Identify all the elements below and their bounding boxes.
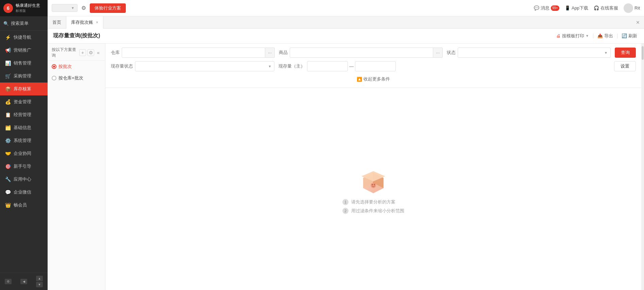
sidebar-collapse-btn[interactable]: ◀ — [20, 279, 27, 284]
search-menu-button[interactable]: 🔍 搜索菜单 — [3, 19, 44, 28]
tab-close-icon[interactable]: × — [96, 20, 98, 25]
sidebar-item-finance[interactable]: 💰 资金管理 — [0, 95, 48, 108]
sidebar: 6 畅康通好生意 标准版 🔍 搜索菜单 ⚡ 快捷导航 📢 营销推广 📊 销售管理… — [0, 0, 48, 290]
warehouse-dots-button[interactable]: ··· — [265, 48, 275, 58]
scheme-panel-title: 按以下方案查询 — [52, 47, 79, 58]
stock-status-select[interactable]: ▼ — [135, 61, 274, 71]
user-name: Rit — [634, 5, 640, 11]
sidebar-item-purchase[interactable]: 🛒 采购管理 — [0, 70, 48, 83]
sidebar-settings-btn[interactable]: ⚙ — [5, 279, 12, 284]
main-area: ▼ ⚙ 体验行业方案 💬 消息 99+ 📱 App下载 🎧 在线客服 Rit — [48, 0, 644, 290]
warehouse-field: 仓库 ··· — [111, 48, 275, 58]
sidebar-item-operations[interactable]: 📋 经营管理 — [0, 108, 48, 121]
scheme-collapse-button[interactable]: « — [96, 49, 101, 57]
breadcrumb[interactable]: ▼ — [52, 4, 78, 12]
trial-button[interactable]: 体验行业方案 — [90, 3, 126, 13]
message-badge: 99+ — [551, 5, 559, 11]
app-download-label: App下载 — [572, 5, 588, 11]
app-download-button[interactable]: 📱 App下载 — [565, 5, 588, 11]
app-logo: 6 — [3, 3, 13, 13]
online-service-button[interactable]: 🎧 在线客服 — [594, 5, 618, 11]
online-service-label: 在线客服 — [600, 5, 618, 11]
scheme-settings-button[interactable]: ⚙ — [87, 49, 94, 56]
quick-nav-icon: ⚡ — [5, 34, 11, 40]
sidebar-item-sales[interactable]: 📊 销售管理 — [0, 57, 48, 70]
sidebar-scroll-down-btn[interactable]: ▼ — [36, 282, 43, 287]
user-menu[interactable]: Rit — [624, 3, 640, 13]
hint-text-1: 请先选择要分析的方案 — [351, 199, 395, 205]
hint-num-2: 2 — [342, 208, 349, 214]
empty-state-icon — [356, 164, 390, 195]
stock-qty-field: 现存量（主） — — [278, 61, 442, 71]
sidebar-item-quick-nav[interactable]: ⚡ 快捷导航 — [0, 31, 48, 44]
avatar — [624, 3, 633, 13]
app-center-icon: 🔧 — [5, 176, 11, 182]
message-button[interactable]: 💬 消息 99+ — [534, 5, 559, 11]
print-button[interactable]: 🖨 按模板打印 ▼ — [555, 32, 590, 40]
sidebar-item-collab[interactable]: 🤝 企业协同 — [0, 147, 48, 160]
right-scrollbar[interactable] — [641, 43, 644, 290]
warehouse-input[interactable] — [122, 48, 265, 58]
refresh-button[interactable]: 🔄 刷新 — [620, 32, 639, 40]
purchase-icon: 🛒 — [5, 73, 11, 79]
collapse-more-button[interactable]: 🔼 收起更多条件 — [111, 75, 636, 84]
operations-icon: 📋 — [5, 112, 11, 118]
sidebar-item-label: 经营管理 — [14, 112, 31, 118]
sidebar-item-wechat[interactable]: 💬 企业微信 — [0, 186, 48, 199]
sidebar-item-member[interactable]: 👑 畅会员 — [0, 199, 48, 212]
scheme-item-by-batch[interactable]: 按批次 — [48, 61, 105, 72]
filter-row-1: 仓库 ··· 商品 ··· — [111, 48, 636, 58]
divider2 — [617, 34, 617, 38]
wechat-icon: 💬 — [5, 189, 11, 195]
sidebar-item-basic[interactable]: 🗂️ 基础信息 — [0, 121, 48, 134]
query-panel: 仓库 ··· 商品 ··· — [105, 43, 641, 290]
content-area: 按以下方案查询 + ⚙ « 按批次 — [48, 43, 644, 290]
sidebar-item-system[interactable]: ⚙️ 系统管理 — [0, 134, 48, 147]
dots-icon: ··· — [268, 50, 272, 55]
stock-qty-dash: — — [348, 64, 355, 69]
product-input[interactable] — [290, 48, 433, 58]
export-icon: 📤 — [597, 33, 603, 38]
tab-inventory-batch[interactable]: 库存批次账 × — [66, 16, 103, 29]
panel-close-button[interactable]: ✕ — [632, 16, 644, 29]
scheme-item-by-warehouse-batch[interactable]: 按仓库+批次 — [48, 72, 105, 84]
sidebar-scroll-up-btn[interactable]: ▲ — [36, 276, 43, 281]
settings-button[interactable]: 设置 — [614, 61, 636, 71]
query-button[interactable]: 查询 — [615, 48, 636, 58]
topbar-gear-icon[interactable]: ⚙ — [79, 3, 88, 13]
export-button[interactable]: 📤 导出 — [596, 32, 614, 40]
sidebar-item-app-center[interactable]: 🔧 应用中心 — [0, 173, 48, 186]
scheme-panel-header: 按以下方案查询 + ⚙ « — [48, 43, 105, 61]
sidebar-item-marketing[interactable]: 📢 营销推广 — [0, 44, 48, 57]
product-dots-button[interactable]: ··· — [433, 48, 443, 58]
tab-home-label: 首页 — [52, 19, 61, 25]
sidebar-item-newbie[interactable]: 🎯 新手引导 — [0, 160, 48, 173]
stock-qty-to-input[interactable] — [355, 61, 396, 71]
sidebar-item-label: 快捷导航 — [14, 34, 31, 40]
sidebar-item-inventory[interactable]: 📦 库存核算 — [0, 83, 48, 95]
sidebar-item-label: 畅会员 — [14, 202, 27, 208]
search-menu-label: 搜索菜单 — [11, 20, 29, 26]
select-arrow-icon: ▼ — [604, 51, 608, 55]
status-select[interactable]: ▼ — [458, 48, 611, 58]
scheme-radio-by-batch — [52, 64, 56, 69]
sidebar-item-label: 库存核算 — [14, 86, 31, 92]
basic-icon: 🗂️ — [5, 125, 11, 131]
print-chevron-icon: ▼ — [586, 34, 589, 38]
topbar-nav: ▼ ⚙ 体验行业方案 — [52, 3, 531, 13]
tab-home[interactable]: 首页 — [48, 16, 66, 29]
scheme-radio-by-warehouse-batch — [52, 76, 56, 80]
sidebar-header: 6 畅康通好生意 标准版 — [0, 0, 48, 16]
stock-qty-label: 现存量（主） — [278, 63, 305, 69]
stock-qty-from-input[interactable] — [307, 61, 348, 71]
hint-item-1: 1 请先选择要分析的方案 — [342, 199, 404, 205]
sidebar-item-label: 营销推广 — [14, 47, 31, 53]
marketing-icon: 📢 — [5, 47, 11, 53]
export-label: 导出 — [604, 33, 613, 39]
scheme-add-button[interactable]: + — [79, 49, 86, 56]
download-icon: 📱 — [565, 5, 570, 11]
collab-icon: 🤝 — [5, 150, 11, 157]
topbar-right: 💬 消息 99+ 📱 App下载 🎧 在线客服 Rit — [534, 3, 640, 13]
status-label: 状态 — [447, 50, 456, 56]
hint-num-1: 1 — [342, 199, 349, 205]
